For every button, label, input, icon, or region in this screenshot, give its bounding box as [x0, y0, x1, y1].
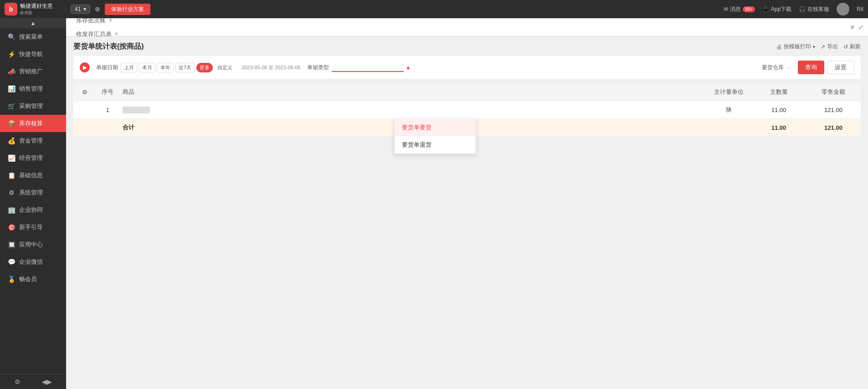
sidebar-label-enterprise: 企业协同	[19, 206, 43, 214]
order-type-input[interactable]	[332, 63, 404, 72]
tab-batch[interactable]: 库存批次账✕	[71, 18, 124, 27]
cur-month-btn[interactable]: 本月	[139, 63, 155, 72]
warehouse-more-icon[interactable]: ···	[786, 64, 791, 71]
table-row: 1 ██ ████ 块 11.00 121.00	[73, 101, 861, 119]
sidebar-item-finance[interactable]: 💰 资金管理	[0, 132, 66, 149]
export-action[interactable]: ↗ 导出	[821, 43, 838, 51]
order-type-label: 单据类型	[307, 64, 329, 72]
header-settings[interactable]: ⚙	[73, 83, 96, 101]
content-area: 首页库存批次账✕收发存汇总表✕要货单统计表✕ ✕ ⤢ 要货单统计表(按商品) 🖨…	[66, 18, 868, 389]
date-range-buttons: 上月 本月 本年 近7天 更多 自定义	[121, 63, 235, 72]
sidebar-label-search: 搜索菜单	[19, 33, 43, 41]
sidebar-label-wechat: 企业微信	[19, 258, 43, 266]
header-qty: 主数量	[751, 83, 806, 101]
enterprise-icon: 🏢	[7, 206, 15, 214]
newbie-icon: 🎯	[7, 223, 15, 231]
sidebar-item-marketing[interactable]: 📣 营销推广	[0, 63, 66, 80]
app-name: 畅捷通好生意	[20, 2, 53, 10]
export-label: 导出	[827, 43, 838, 51]
sidebar-item-member[interactable]: 🏅 畅会员	[0, 271, 66, 288]
tab-label-batch: 库存批次账	[76, 18, 106, 25]
dropdown-item-order-demand[interactable]: 要货单要货	[395, 119, 476, 136]
store-selector[interactable]: 41 ▾	[71, 5, 90, 14]
row-no-0: 1	[96, 101, 119, 118]
refresh-label: 刷新	[850, 43, 861, 51]
sidebar-item-inventory[interactable]: 📦 库存核算	[0, 115, 66, 132]
phone-icon: 📱	[762, 6, 769, 12]
custom-date-btn[interactable]: 自定义	[215, 63, 235, 72]
order-type-dropdown: 要货单要货要货单退货	[394, 118, 476, 154]
expand-icon[interactable]: ⤢	[858, 24, 863, 31]
sidebar-label-member: 畅会员	[19, 275, 37, 283]
gear-icon[interactable]: ⚙	[95, 6, 100, 13]
collapse-icon[interactable]: ◀▶	[42, 378, 52, 385]
select-arrow-up-icon[interactable]: ▲	[406, 64, 411, 71]
recent-7days-btn[interactable]: 近7天	[175, 63, 195, 72]
messages-item[interactable]: ✉ 消息 99+	[724, 5, 755, 13]
filter-toggle-btn[interactable]: ▶	[80, 62, 90, 72]
row-amount-0: 121.00	[806, 101, 861, 118]
query-button[interactable]: 查询	[798, 61, 824, 74]
cur-year-btn[interactable]: 本年	[157, 63, 174, 72]
dropdown-item-order-return[interactable]: 要货单退货	[395, 136, 476, 154]
refresh-icon: ↺	[843, 44, 848, 50]
sidebar-item-newbie[interactable]: 🎯 新手引导	[0, 219, 66, 236]
tab-bar-right: ✕ ⤢	[850, 24, 863, 31]
settings-bottom-icon[interactable]: ⚙	[15, 378, 21, 385]
main-layout: ▲ 🔍 搜索菜单 ⚡ 快捷导航 📣 营销推广 📊 销售管理 🛒 采购管理 📦 库…	[0, 18, 868, 389]
member-icon: 🏅	[7, 275, 15, 283]
app-download-item[interactable]: 📱 App下载	[762, 5, 791, 13]
sidebar-scroll-up[interactable]: ▲	[0, 18, 66, 28]
row-unit-0: 块	[706, 101, 751, 118]
basic-icon: 📋	[7, 171, 15, 179]
sidebar-item-enterprise[interactable]: 🏢 企业协同	[0, 201, 66, 219]
product-name-blurred: ██ ████	[123, 107, 150, 113]
footer-unit	[706, 119, 751, 136]
warehouse-label: 要货仓库	[762, 64, 784, 72]
header-no: 序号	[96, 83, 119, 101]
sidebar-label-finance: 资金管理	[19, 137, 43, 145]
sidebar-item-system[interactable]: ⚙ 系统管理	[0, 184, 66, 201]
footer-settings-col	[73, 119, 96, 136]
sidebar-label-inventory: 库存核算	[19, 119, 43, 128]
prev-month-btn[interactable]: 上月	[121, 63, 137, 72]
logo-text: 畅捷通好生意 标准版	[20, 2, 53, 16]
app-badge: 标准版	[20, 10, 53, 16]
shortcut-icon: ⚡	[7, 50, 15, 58]
refresh-action[interactable]: ↺ 刷新	[843, 43, 861, 51]
sidebar-item-purchase[interactable]: 🛒 采购管理	[0, 97, 66, 115]
wechat-icon: 💬	[7, 258, 15, 266]
sidebar-item-operations[interactable]: 📈 经营管理	[0, 149, 66, 167]
date-filter-label: 单据日期	[96, 64, 118, 72]
chevron-down-icon: ▾	[813, 44, 815, 49]
tab-close-batch[interactable]: ✕	[108, 18, 113, 23]
online-service-item[interactable]: 🎧 在线客服	[799, 5, 829, 13]
page-title-bar: 要货单统计表(按商品) 🖨 按模板打印 ▾ ↗ 导出 ↺ 刷新	[73, 42, 861, 51]
avatar[interactable]	[837, 3, 849, 15]
filter-date-group: 单据日期 上月 本月 本年 近7天 更多 自定义	[96, 63, 235, 72]
sidebar-item-basic[interactable]: 📋 基础信息	[0, 167, 66, 184]
trial-button[interactable]: 体验行业方案	[105, 4, 150, 15]
sidebar-item-wechat[interactable]: 💬 企业微信	[0, 253, 66, 271]
close-all-icon[interactable]: ✕	[850, 24, 855, 31]
printer-icon: 🖨	[776, 44, 782, 50]
sidebar-item-search[interactable]: 🔍 搜索菜单	[0, 28, 66, 46]
header-amount: 零售金额	[806, 83, 861, 101]
online-service-label: 在线客服	[807, 5, 829, 13]
print-template-action[interactable]: 🖨 按模板打印 ▾	[776, 43, 815, 51]
settings-button[interactable]: 设置	[827, 61, 854, 74]
sidebar-item-sales[interactable]: 📊 销售管理	[0, 80, 66, 97]
marketing-icon: 📣	[7, 67, 15, 76]
page-title: 要货单统计表(按商品)	[73, 42, 144, 51]
footer-amount: 121.00	[806, 119, 861, 136]
sidebar-bottom: ⚙ ◀▶	[0, 374, 66, 389]
app-center-icon: 🔲	[7, 241, 15, 249]
filter-panel: ▶ 单据日期 上月 本月 本年 近7天 更多 自定义 2023-05-06 至 …	[73, 56, 861, 79]
more-date-btn[interactable]: 更多	[196, 63, 213, 72]
sidebar-item-shortcut[interactable]: ⚡ 快捷导航	[0, 46, 66, 63]
row-product-0: ██ ████	[119, 101, 706, 118]
sidebar-item-app-center[interactable]: 🔲 应用中心	[0, 236, 66, 253]
messages-label: 消息	[730, 5, 741, 13]
header-unit: 主计量单位	[706, 83, 751, 101]
filter-type-group: 单据类型 ▲	[307, 63, 411, 72]
